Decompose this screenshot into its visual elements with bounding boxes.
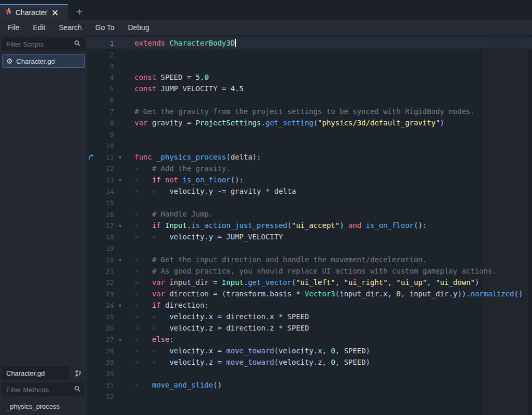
line-number: 9	[95, 131, 114, 138]
code-line[interactable]: 2	[87, 49, 532, 60]
fold-arrow-icon[interactable]: ▾	[114, 177, 126, 183]
code-line[interactable]: 4const SPEED = 5.0	[87, 71, 532, 83]
sort-methods-icon[interactable]	[71, 366, 85, 380]
tab-indent-marker: »	[135, 174, 152, 185]
line-number: 11	[95, 153, 114, 161]
line-number: 28	[95, 347, 114, 355]
menu-debug[interactable]: Debug	[121, 20, 156, 35]
code-line[interactable]: 31»move_and_slide()	[87, 379, 532, 391]
code-text: const JUMP_VELOCITY = 4.5	[126, 83, 244, 94]
line-number: 17	[95, 222, 114, 230]
line-number: 18	[95, 233, 114, 241]
code-line[interactable]: 1extends CharacterBody3D	[87, 37, 532, 49]
line-number: 19	[95, 245, 114, 252]
new-script-button[interactable]: +	[68, 4, 91, 20]
tab-indent-marker: »	[135, 288, 152, 299]
tab-indent-marker: »	[152, 231, 170, 242]
menu-go-to[interactable]: Go To	[88, 20, 121, 35]
code-text: func _physics_process(delta):	[126, 151, 261, 163]
tab-character[interactable]: Character	[0, 4, 68, 20]
tab-indent-marker: »	[135, 379, 152, 391]
code-line[interactable]: 14»»velocity.y -= gravity * delta	[87, 185, 532, 197]
code-text: »»velocity.x = move_toward(velocity.x, 0…	[126, 345, 370, 356]
filter-methods-input[interactable]: Filter Methods	[2, 383, 85, 396]
code-line[interactable]: 26»»velocity.z = direction.z * SPEED	[87, 322, 532, 334]
fold-arrow-icon[interactable]: ▾	[114, 223, 126, 228]
line-number: 5	[95, 85, 114, 93]
code-line[interactable]: 20▾»# Get the input direction and handle…	[87, 254, 532, 265]
tab-indent-marker: »	[152, 311, 170, 322]
fold-arrow-icon[interactable]: ▾	[114, 257, 126, 263]
code-line[interactable]: 3	[87, 60, 532, 71]
code-line[interactable]: 22»var input_dir = Input.get_vector("ui_…	[87, 277, 532, 288]
code-line[interactable]: 17▾»if Input.is_action_just_pressed("ui_…	[87, 220, 532, 231]
code-text: # Get the gravity from the project setti…	[126, 106, 475, 117]
code-line[interactable]: 16»# Handle Jump.	[87, 208, 532, 220]
script-item[interactable]: ⚙Character.gd	[2, 54, 85, 68]
code-line[interactable]: 6	[87, 94, 532, 106]
tab-indent-marker: »	[152, 345, 170, 356]
line-number: 21	[95, 267, 114, 275]
code-line[interactable]: 7# Get the gravity from the project sett…	[87, 106, 532, 117]
current-script-field[interactable]: Character.gd	[2, 366, 69, 380]
code-text: »else:	[126, 334, 174, 345]
code-line[interactable]: 8var gravity = ProjectSettings.get_setti…	[87, 117, 532, 128]
code-line[interactable]: 13▾»if not is_on_floor():	[87, 174, 532, 185]
code-line[interactable]: 23»var direction = (transform.basis * Ve…	[87, 288, 532, 299]
code-line[interactable]: 32	[87, 391, 532, 402]
line-number: 14	[95, 188, 114, 195]
line-number: 25	[95, 313, 114, 321]
code-text: »# Handle Jump.	[126, 208, 213, 220]
method-jump-icon[interactable]	[87, 154, 95, 160]
line-number: 16	[95, 210, 114, 218]
line-number: 31	[95, 381, 114, 389]
menu-file[interactable]: File	[1, 20, 26, 35]
code-line[interactable]: 12»# Add the gravity.	[87, 163, 532, 174]
tab-indent-marker: »	[135, 345, 152, 356]
tab-indent-marker: »	[135, 163, 152, 174]
line-number: 3	[95, 62, 114, 70]
code-line[interactable]: 24▾»if direction:	[87, 299, 532, 311]
method-item[interactable]: _physics_process	[2, 399, 85, 413]
fold-arrow-icon[interactable]: ▾	[114, 154, 126, 160]
code-line[interactable]: 18»»velocity.y = JUMP_VELOCITY	[87, 231, 532, 242]
close-icon[interactable]	[51, 8, 59, 17]
code-text: »if not is_on_floor():	[126, 174, 244, 185]
code-line[interactable]: 10	[87, 140, 532, 151]
gear-icon: ⚙	[6, 58, 13, 65]
filter-scripts-placeholder: Filter Scripts	[6, 40, 71, 48]
code-line[interactable]: 25»»velocity.x = direction.x * SPEED	[87, 311, 532, 322]
code-text: »»velocity.y = JUMP_VELOCITY	[126, 231, 283, 242]
code-line[interactable]: 15	[87, 197, 532, 208]
fold-arrow-icon[interactable]: ▾	[114, 337, 126, 342]
menu-search[interactable]: Search	[52, 20, 88, 35]
line-number: 7	[95, 108, 114, 116]
fold-arrow-icon[interactable]: ▾	[114, 303, 126, 308]
line-number: 32	[95, 393, 114, 400]
code-line[interactable]: 28»»velocity.x = move_toward(velocity.x,…	[87, 345, 532, 356]
code-text: »var direction = (transform.basis * Vect…	[126, 288, 523, 299]
tab-label: Character	[16, 8, 47, 17]
code-line[interactable]: 29»»velocity.z = move_toward(velocity.z,…	[87, 356, 532, 368]
menu-bar: FileEditSearchGo ToDebug	[0, 20, 532, 35]
code-line[interactable]: 21»# As good practice, you should replac…	[87, 265, 532, 277]
code-line[interactable]: 30	[87, 368, 532, 379]
line-number: 10	[95, 142, 114, 150]
menu-edit[interactable]: Edit	[26, 20, 52, 35]
code-editor[interactable]: 1extends CharacterBody3D234const SPEED =…	[87, 35, 532, 415]
code-text: »»velocity.y -= gravity * delta	[126, 185, 296, 197]
tab-indent-marker: »	[135, 334, 152, 345]
filter-scripts-input[interactable]: Filter Scripts	[2, 37, 85, 51]
code-line[interactable]: 19	[87, 242, 532, 254]
code-line[interactable]: 27▾»else:	[87, 334, 532, 345]
code-line[interactable]: 5const JUMP_VELOCITY = 4.5	[87, 83, 532, 94]
tab-indent-marker: »	[152, 356, 170, 368]
tab-indent-marker: »	[135, 299, 152, 311]
code-line[interactable]: 11▾func _physics_process(delta):	[87, 151, 532, 163]
code-text: »var input_dir = Input.get_vector("ui_le…	[126, 277, 479, 288]
code-text: const SPEED = 5.0	[126, 71, 209, 83]
line-number: 1	[95, 39, 114, 47]
code-line[interactable]: 9	[87, 128, 532, 140]
code-text: »»velocity.z = direction.z * SPEED	[126, 322, 309, 334]
tab-indent-marker: »	[135, 208, 152, 220]
